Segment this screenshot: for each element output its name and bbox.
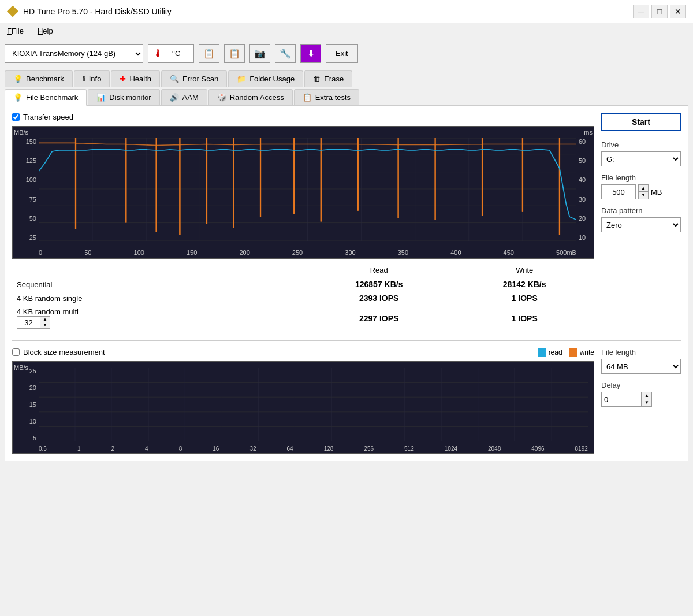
delay-input[interactable] <box>601 392 642 407</box>
legend-read: read <box>538 348 562 357</box>
tab-info[interactable]: ℹ Info <box>74 70 110 87</box>
lower-file-length-select[interactable]: 64 MB <box>601 359 681 374</box>
tab-file-benchmark[interactable]: 💡 File Benchmark <box>5 89 87 106</box>
file-length-spinner: ▲ ▼ <box>638 184 649 199</box>
lower-section: Block size measurement read write <box>12 340 681 454</box>
transfer-speed-section: Transfer speed MB/s ms 150 125 100 75 50… <box>12 113 594 331</box>
block-size-label: Block size measurement <box>23 348 105 357</box>
random-access-icon: 🎲 <box>217 93 226 102</box>
tab-error-scan-label: Error Scan <box>182 75 218 83</box>
chart1-container: MB/s ms 150 125 100 75 50 25 60 50 40 <box>12 126 594 259</box>
tab-extra-tests[interactable]: 📋 Extra tests <box>294 89 359 105</box>
file-length-down[interactable]: ▼ <box>639 192 648 199</box>
window-controls: ─ □ ✕ <box>633 5 686 18</box>
random-multi-read: 2297 IOPS <box>303 305 454 331</box>
menu-bar: FFile Help <box>0 23 693 39</box>
drive-dropdown[interactable]: KIOXIA TransMemory (124 gB) <box>5 44 143 63</box>
tabs-row2: 💡 File Benchmark 📊 Disk monitor 🔊 AAM 🎲 … <box>0 87 693 105</box>
tab-extra-tests-label: Extra tests <box>315 93 351 102</box>
file-length-input[interactable] <box>601 184 636 199</box>
lower-left: Block size measurement read write <box>12 348 594 454</box>
tab-error-scan[interactable]: 🔍 Error Scan <box>161 70 227 87</box>
random-single-label: 4 KB random single <box>12 291 303 305</box>
file-length-unit: MB <box>651 188 662 196</box>
start-button[interactable]: Start <box>601 113 681 131</box>
delay-label: Delay <box>601 381 681 389</box>
toolbar: KIOXIA TransMemory (124 gB) 🌡 – °C 📋 📋 📷… <box>0 39 693 68</box>
drive-select-panel[interactable]: G: <box>601 151 681 166</box>
file-benchmark-icon: 💡 <box>13 93 23 102</box>
lower-right-panel: File length 64 MB Delay ▲ ▼ <box>594 348 681 454</box>
temperature-value: – °C <box>166 49 180 58</box>
legend-read-label: read <box>549 348 562 357</box>
table-row: 4 KB random single 2393 IOPS 1 IOPS <box>12 291 594 305</box>
spinner-up[interactable]: ▲ <box>40 317 50 322</box>
tab-disk-monitor[interactable]: 📊 Disk monitor <box>88 89 159 105</box>
legend-write: write <box>569 348 594 357</box>
health-icon: ✚ <box>120 75 126 83</box>
spinner-buttons: ▲ ▼ <box>40 316 50 329</box>
camera-icon-btn[interactable]: 📷 <box>249 44 270 63</box>
sequential-read: 126857 KB/s <box>303 277 454 292</box>
settings-icon-btn[interactable]: 🔧 <box>275 44 296 63</box>
tab-health-label: Health <box>129 75 151 83</box>
sequential-label: Sequential <box>12 277 303 292</box>
results-table: Read Write Sequential 126857 KB/s 28142 … <box>12 264 594 331</box>
tab-benchmark-label: Benchmark <box>26 75 64 83</box>
menu-file[interactable]: FFile <box>5 25 26 36</box>
file-length-up[interactable]: ▲ <box>639 185 648 192</box>
col-label-header <box>12 264 303 277</box>
multi-queue-spinner: ▲ ▼ <box>17 316 299 329</box>
multi-queue-input[interactable] <box>17 316 40 329</box>
menu-help[interactable]: Help <box>35 25 55 36</box>
delay-up[interactable]: ▲ <box>642 392 651 399</box>
table-row: Sequential 126857 KB/s 28142 KB/s <box>12 277 594 292</box>
chart1-area <box>39 138 576 241</box>
upper-left: Transfer speed MB/s ms 150 125 100 75 50… <box>12 113 594 340</box>
sequential-write: 28142 KB/s <box>454 277 594 292</box>
minimize-button[interactable]: ─ <box>633 5 649 18</box>
transfer-speed-label: Transfer speed <box>23 113 73 121</box>
aam-icon: 🔊 <box>170 93 179 102</box>
random-single-read: 2393 IOPS <box>303 291 454 305</box>
tab-benchmark[interactable]: 💡 Benchmark <box>5 70 73 87</box>
data-pattern-select[interactable]: Zero <box>601 217 681 232</box>
tab-folder-usage[interactable]: 📁 Folder Usage <box>228 70 303 87</box>
title-bar-left: HD Tune Pro 5.70 - Hard Disk/SSD Utility <box>7 6 172 17</box>
delay-down[interactable]: ▼ <box>642 399 651 406</box>
block-size-checkbox[interactable] <box>12 348 20 356</box>
tab-aam[interactable]: 🔊 AAM <box>161 89 207 105</box>
spinner-down[interactable]: ▼ <box>40 322 50 328</box>
tab-health[interactable]: ✚ Health <box>111 70 160 87</box>
delay-input-group: ▲ ▼ <box>601 392 681 407</box>
random-single-write: 1 IOPS <box>454 291 594 305</box>
tab-erase-label: Erase <box>324 75 344 83</box>
info-icon: ℹ <box>83 75 85 83</box>
chart2-area <box>39 368 588 441</box>
folder-usage-icon: 📁 <box>237 75 246 83</box>
tab-random-access-label: Random Access <box>230 93 284 102</box>
transfer-speed-checkbox[interactable] <box>12 113 20 121</box>
error-scan-icon: 🔍 <box>170 75 179 83</box>
chart1-y-label-right: ms <box>584 129 593 136</box>
transfer-speed-checkbox-label[interactable]: Transfer speed <box>12 113 73 121</box>
chart2-svg <box>39 368 588 441</box>
main-content: Transfer speed MB/s ms 150 125 100 75 50… <box>5 105 688 461</box>
svg-rect-31 <box>39 368 588 441</box>
block-size-checkbox-label[interactable]: Block size measurement <box>12 348 105 357</box>
tab-random-access[interactable]: 🎲 Random Access <box>208 89 293 105</box>
maximize-button[interactable]: □ <box>651 5 668 18</box>
download-icon-btn[interactable]: ⬇ <box>300 44 321 63</box>
chart1-svg <box>39 138 576 241</box>
chart2-x-axis: 0.5 1 2 4 8 16 32 64 128 256 512 1024 20… <box>39 446 588 452</box>
upper-right-panel: Start Drive G: File length ▲ ▼ MB Data p… <box>594 113 681 340</box>
block-size-header: Block size measurement read write <box>12 348 594 357</box>
legend-write-color <box>569 348 578 357</box>
disk-monitor-icon: 📊 <box>96 93 106 102</box>
copy2-icon-btn[interactable]: 📋 <box>224 44 245 63</box>
col-write-header: Write <box>454 264 594 277</box>
copy-icon-btn[interactable]: 📋 <box>199 44 219 63</box>
exit-button[interactable]: Exit <box>326 44 358 63</box>
close-button[interactable]: ✕ <box>670 5 686 18</box>
tab-erase[interactable]: 🗑 Erase <box>304 70 352 87</box>
